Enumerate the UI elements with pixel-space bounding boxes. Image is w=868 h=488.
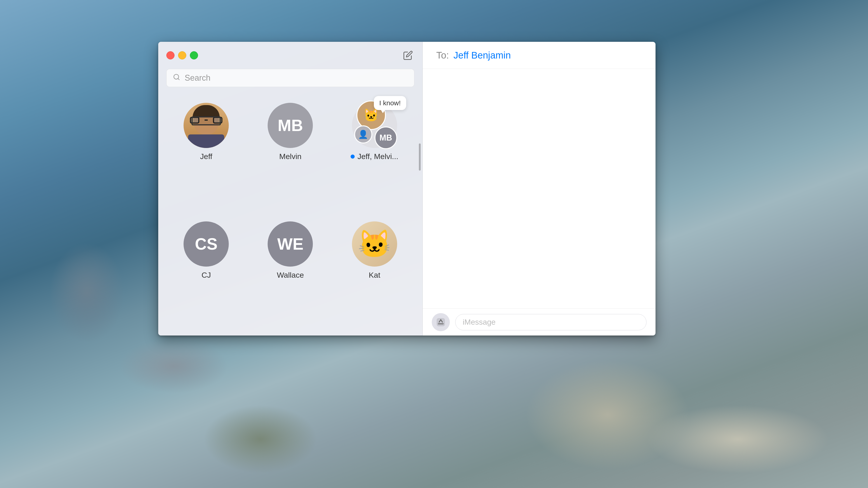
message-area [423,69,655,308]
message-detail-panel: To: Jeff Benjamin iMessage [423,42,655,335]
app-store-button[interactable] [432,313,450,331]
contact-name-melvin: Melvin [279,152,301,161]
search-bar[interactable]: Search [166,69,414,87]
to-label: To: [436,50,449,61]
minimize-button[interactable] [178,51,186,59]
messages-window: Search Jeff [158,42,655,335]
contact-name-cj: CJ [202,271,211,280]
avatar-jeff [184,103,229,148]
imessage-placeholder: iMessage [463,318,496,326]
compose-button[interactable] [402,49,414,62]
titlebar [158,42,423,69]
sub-avatar-mb: MB [375,127,397,149]
avatar-kat [352,221,397,267]
speech-bubble: I know! [374,96,406,110]
unread-indicator [350,155,355,159]
contact-kat[interactable]: Kat [335,217,414,331]
avatar-melvin: MB [268,103,313,148]
recipient-name: Jeff Benjamin [454,50,511,61]
contact-jeff[interactable]: Jeff [166,98,246,213]
search-icon [173,73,180,83]
avatar-cj: CS [184,221,229,267]
message-input-row: iMessage [423,308,655,335]
sub-avatar-person: 👤 [354,125,372,143]
contact-melvin[interactable]: MB Melvin [250,98,330,213]
group-avatar-container: I know! 🐱 MB 👤 [352,103,397,148]
contact-jeff-melvi[interactable]: I know! 🐱 MB 👤 Jeff, Me [335,98,414,213]
contact-cj[interactable]: CS CJ [166,217,246,331]
contact-name-jeff: Jeff [200,152,212,161]
imessage-input[interactable]: iMessage [455,314,647,330]
contact-wallace[interactable]: WE Wallace [250,217,330,331]
search-placeholder: Search [185,73,211,83]
scrollbar-thumb [419,143,421,170]
contact-name-group: Jeff, Melvi... [350,152,398,161]
scrollbar[interactable] [419,143,421,326]
contact-name-wallace: Wallace [277,271,304,280]
maximize-button[interactable] [190,51,198,59]
close-button[interactable] [166,51,175,59]
avatar-wallace: WE [268,221,313,267]
messages-list-panel: Search Jeff [158,42,423,335]
contact-name-kat: Kat [369,271,380,280]
svg-line-1 [178,78,179,80]
contacts-grid: Jeff MB Melvin I know! 🐱 [158,94,423,335]
traffic-lights [166,51,198,59]
message-header: To: Jeff Benjamin [423,42,655,69]
